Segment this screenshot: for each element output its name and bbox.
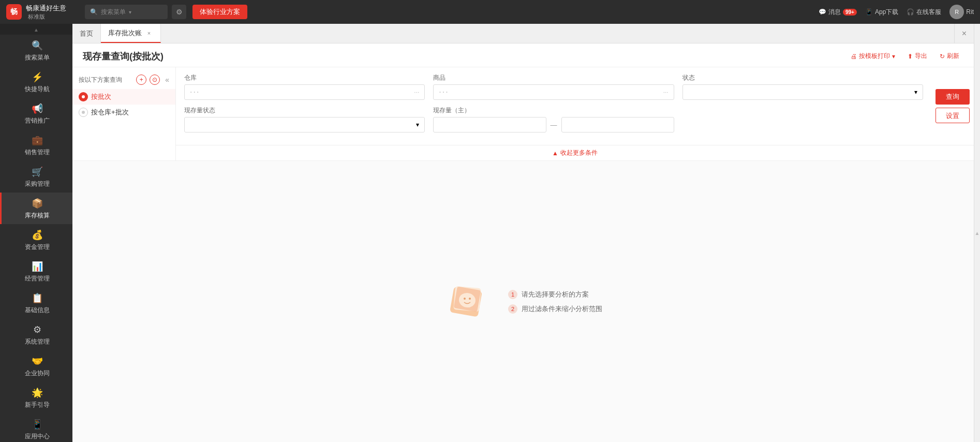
print-button[interactable]: 🖨 按模板打印 ▾ — [847, 50, 899, 63]
scroll-up[interactable]: ▲ — [0, 24, 72, 35]
stock-status-select[interactable]: ▾ — [184, 117, 425, 132]
filter-row-1: 仓库 ··· ··· 商品 ··· — [184, 73, 923, 100]
sidebar-label-system: 系统管理 — [25, 337, 50, 346]
sidebar-item-basic[interactable]: 📋 基础信息 — [0, 287, 72, 319]
system-icon: ⚙ — [33, 324, 41, 335]
search-icon: 🔍 — [32, 40, 43, 51]
purchase-icon: 🛒 — [32, 166, 43, 178]
filter-fields: 仓库 ··· ··· 商品 ··· — [176, 67, 931, 145]
range-separator: — — [551, 121, 557, 129]
stock-status-field: 现存量状态 ▾ — [184, 106, 425, 132]
collapse-up-icon: ▲ — [552, 150, 558, 157]
user-name: Rit — [966, 8, 974, 16]
status-label: 状态 — [682, 73, 923, 82]
schemes-label: 按以下方案查询 — [79, 76, 122, 84]
scheme-settings-button[interactable]: ⊙ — [150, 75, 160, 85]
sidebar-label-sales: 销售管理 — [25, 148, 50, 157]
status-select[interactable]: ▾ — [682, 84, 923, 100]
svg-point-1 — [82, 111, 85, 114]
finance-icon: 💰 — [32, 229, 43, 241]
warehouse-field: 仓库 ··· ··· — [184, 73, 425, 100]
tab-inventory-batch[interactable]: 库存批次账 × — [101, 24, 161, 43]
product-more-icon: ··· — [663, 89, 669, 96]
status-field: 状态 ▾ — [682, 73, 923, 100]
stock-qty-range: — — [433, 117, 674, 132]
svg-point-7 — [469, 298, 471, 300]
sidebar-item-sales[interactable]: 💼 销售管理 — [0, 129, 72, 161]
collapse-more-button[interactable]: ▲ 收起更多条件 — [176, 145, 974, 160]
main-layout: ▲ 🔍 搜索菜单 ⚡ 快捷导航 📢 营销推广 💼 销售管理 🛒 采购管理 📦 库… — [0, 24, 980, 442]
sidebar-item-finance[interactable]: 💰 资金管理 — [0, 224, 72, 256]
add-scheme-button[interactable]: + — [136, 75, 146, 85]
scheme-item-by-warehouse-batch[interactable]: 按仓库+批次 — [72, 105, 175, 120]
filter-fields-container: 仓库 ··· ··· 商品 ··· — [176, 67, 974, 160]
sidebar: ▲ 🔍 搜索菜单 ⚡ 快捷导航 📢 营销推广 💼 销售管理 🛒 采购管理 📦 库… — [0, 24, 72, 442]
sidebar-item-search[interactable]: 🔍 搜索菜单 — [0, 35, 72, 66]
sidebar-label-inventory: 库存核算 — [25, 211, 50, 220]
sidebar-item-quicknav[interactable]: ⚡ 快捷导航 — [0, 66, 72, 98]
page-title: 现存量查询(按批次) — [83, 50, 164, 63]
print-chevron-icon: ▾ — [892, 53, 895, 60]
schemes-collapse-button[interactable]: « — [165, 76, 169, 84]
filter-schemes-panel: 按以下方案查询 + ⊙ « 按批次 — [72, 67, 176, 160]
user-profile[interactable]: R Rit — [949, 5, 974, 19]
download-icon: 📱 — [865, 8, 873, 16]
warehouse-label: 仓库 — [184, 73, 425, 82]
right-scrollbar[interactable]: ▲ — [974, 24, 980, 442]
stock-qty-field: 现存量（主） — — [433, 106, 674, 132]
sidebar-item-purchase[interactable]: 🛒 采购管理 — [0, 161, 72, 193]
page-content: 现存量查询(按批次) 🖨 按模板打印 ▾ ⬆ 导出 ↻ 刷新 — [72, 43, 974, 442]
scheme-dot-inactive — [79, 108, 88, 117]
query-button[interactable]: 查询 — [936, 89, 970, 105]
sidebar-item-inventory[interactable]: 📦 库存核算 — [0, 193, 72, 224]
messages-button[interactable]: 💬 消息 99+ — [819, 8, 857, 17]
filter-buttons: 查询 设置 — [931, 67, 974, 145]
export-icon: ⬆ — [908, 53, 913, 60]
refresh-button[interactable]: ↻ 刷新 — [936, 50, 963, 63]
trial-button[interactable]: 体验行业方案 — [192, 5, 247, 19]
sidebar-item-marketing[interactable]: 📢 营销推广 — [0, 98, 72, 129]
app-download-button[interactable]: 📱 App下载 — [865, 8, 898, 17]
status-chevron-icon: ▾ — [914, 89, 917, 96]
print-icon: 🖨 — [851, 53, 857, 60]
search-box[interactable]: 🔍 搜索菜单 ▾ — [85, 5, 168, 19]
settings-button[interactable]: 设置 — [936, 108, 970, 123]
stock-qty-max-input[interactable] — [561, 117, 674, 132]
product-input[interactable]: ··· ··· — [433, 84, 674, 100]
apps-icon: 📱 — [32, 419, 43, 430]
tab-close-button[interactable]: × — [145, 29, 153, 37]
search-text: 搜索菜单 — [101, 8, 126, 17]
scheme-item-by-batch[interactable]: 按批次 — [72, 89, 175, 105]
close-icon: × — [962, 29, 967, 38]
sidebar-item-apps[interactable]: 📱 应用中心 — [0, 414, 72, 442]
avatar: R — [949, 5, 964, 19]
online-service-button[interactable]: 🎧 在线客服 — [907, 8, 941, 17]
sidebar-item-newbie[interactable]: 🌟 新手引导 — [0, 382, 72, 414]
sidebar-label-collab: 企业协同 — [25, 369, 50, 378]
warehouse-input[interactable]: ··· ··· — [184, 84, 425, 100]
tab-bar-close-button[interactable]: × — [954, 24, 974, 43]
export-button[interactable]: ⬆ 导出 — [903, 50, 931, 63]
message-badge: 99+ — [843, 9, 857, 16]
content-area: 首页 库存批次账 × × 现存量查询(按批次) 🖨 按模板打印 ▾ — [72, 24, 974, 442]
filter-area: 按以下方案查询 + ⊙ « 按批次 — [72, 67, 974, 161]
tip-text-1: 请先选择要分析的方案 — [522, 290, 589, 299]
sidebar-label-finance: 资金管理 — [25, 243, 50, 252]
stock-qty-label: 现存量（主） — [433, 106, 674, 115]
sidebar-item-system[interactable]: ⚙ 系统管理 — [0, 319, 72, 350]
filter-row-2: 现存量状态 ▾ 现存量（主） — [184, 106, 923, 132]
sidebar-label-operations: 经营管理 — [25, 274, 50, 283]
tip-text-2: 用过滤条件来缩小分析范围 — [522, 304, 602, 314]
stock-qty-min-input[interactable] — [433, 117, 546, 132]
operations-icon: 📊 — [32, 261, 43, 272]
gear-button[interactable]: ⚙ — [172, 5, 186, 19]
app-title: 畅康通好生意 — [26, 4, 66, 13]
page-actions: 🖨 按模板打印 ▾ ⬆ 导出 ↻ 刷新 — [847, 50, 963, 63]
sidebar-item-collab[interactable]: 🤝 企业协同 — [0, 350, 72, 382]
collapse-more-label: 收起更多条件 — [560, 149, 598, 157]
sidebar-item-operations[interactable]: 📊 经营管理 — [0, 256, 72, 287]
chevron-down-icon: ▾ — [129, 9, 131, 15]
empty-illustration — [444, 276, 496, 328]
tab-home[interactable]: 首页 — [72, 24, 101, 43]
message-icon: 💬 — [819, 8, 826, 16]
